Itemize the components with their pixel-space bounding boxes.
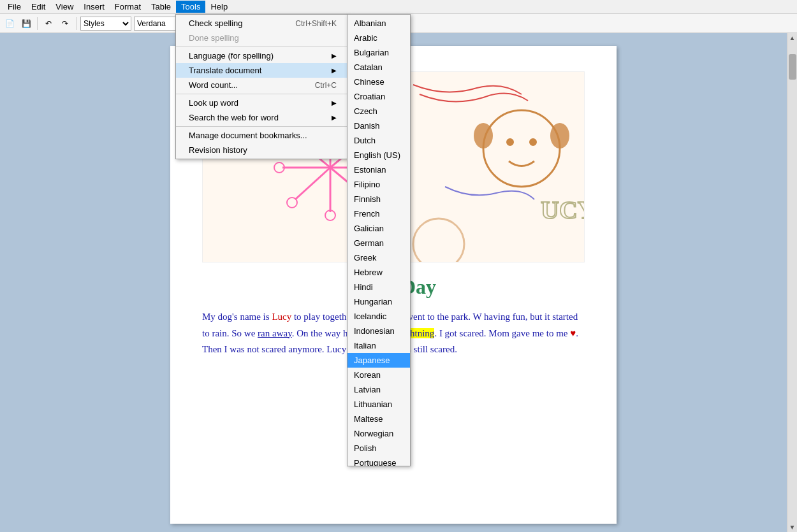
lang-item-japanese[interactable]: Japanese: [347, 353, 410, 368]
svg-point-22: [413, 219, 464, 262]
toolbar-new[interactable]: 📄: [3, 17, 17, 31]
scrollbar-vertical[interactable]: ▲ ▼: [787, 33, 797, 532]
lang-item-bulgarian[interactable]: Bulgarian: [347, 45, 410, 60]
toolbar-redo[interactable]: ↷: [58, 17, 72, 31]
menu-format[interactable]: Format: [110, 1, 146, 13]
look-up-word-arrow: ▶: [332, 99, 337, 106]
scrollbar-up-arrow[interactable]: ▲: [789, 34, 796, 41]
styles-select[interactable]: Styles: [80, 17, 131, 31]
menu-view[interactable]: View: [50, 1, 78, 13]
menu-bar: File Edit View Insert Format Table Tools…: [0, 0, 797, 14]
svg-point-16: [483, 110, 560, 187]
toolbar-divider-2: [76, 17, 77, 30]
revision-history-label: Revision history: [189, 145, 247, 155]
svg-point-19: [474, 123, 493, 148]
lang-item-hebrew[interactable]: Hebrew: [347, 265, 410, 280]
tools-menu: Check spelling Ctrl+Shift+K Done spellin…: [175, 14, 347, 159]
lang-item-english-us[interactable]: English (US): [347, 148, 410, 162]
lang-item-danish[interactable]: Danish: [347, 119, 410, 133]
lang-item-greek[interactable]: Greek: [347, 250, 410, 265]
toolbar-divider-1: [37, 17, 38, 30]
lang-item-polish[interactable]: Polish: [347, 441, 410, 456]
menu-tools[interactable]: Tools: [176, 1, 205, 13]
lang-item-korean[interactable]: Korean: [347, 368, 410, 382]
lang-item-norwegian[interactable]: Norwegian: [347, 426, 410, 441]
lang-item-croatian[interactable]: Croatian: [347, 89, 410, 104]
text-ran-away: ran away: [258, 328, 292, 338]
done-spelling-label: Done spelling: [189, 33, 239, 43]
lang-item-french[interactable]: French: [347, 206, 410, 221]
menu-help[interactable]: Help: [205, 1, 233, 13]
lang-item-finnish[interactable]: Finnish: [347, 192, 410, 206]
lang-item-estonian[interactable]: Estonian: [347, 162, 410, 177]
menu-search-web[interactable]: Search the web for word ▶: [176, 110, 347, 125]
toolbar-undo[interactable]: ↶: [41, 17, 55, 31]
menu-insert[interactable]: Insert: [78, 1, 110, 13]
toolbar-save[interactable]: 💾: [19, 17, 33, 31]
lang-item-catalan[interactable]: Catalan: [347, 60, 410, 75]
translate-submenu: AlbanianArabicBulgarianCatalanChineseCro…: [347, 14, 411, 466]
lang-item-latvian[interactable]: Latvian: [347, 382, 410, 397]
lang-item-galician[interactable]: Galician: [347, 221, 410, 236]
menu-edit[interactable]: Edit: [26, 1, 50, 13]
language-spelling-arrow: ▶: [332, 52, 337, 59]
translate-document-arrow: ▶: [332, 67, 337, 74]
lang-item-maltese[interactable]: Maltese: [347, 412, 410, 426]
menu-translate-document[interactable]: Translate document ▶: [176, 63, 347, 78]
lang-item-dutch[interactable]: Dutch: [347, 133, 410, 148]
svg-line-5: [295, 168, 330, 199]
look-up-word-label: Look up word: [189, 98, 238, 108]
svg-text:UCY: UCY: [541, 196, 584, 224]
tools-menu-divider-3: [176, 126, 347, 127]
menu-file[interactable]: File: [3, 1, 26, 13]
svg-point-20: [550, 123, 569, 148]
lang-item-italian[interactable]: Italian: [347, 338, 410, 353]
word-count-shortcut: Ctrl+C: [315, 81, 337, 90]
scrollbar-thumb[interactable]: [789, 54, 796, 80]
lang-item-albanian[interactable]: Albanian: [347, 16, 410, 31]
scrollbar-down-arrow[interactable]: ▼: [789, 524, 796, 531]
menu-done-spelling: Done spelling: [176, 31, 347, 45]
lang-item-filipino[interactable]: Filipino: [347, 177, 410, 192]
lang-item-chinese[interactable]: Chinese: [347, 75, 410, 89]
menu-table[interactable]: Table: [146, 1, 176, 13]
manage-bookmarks-label: Manage document bookmarks...: [189, 131, 307, 140]
lang-item-hungarian[interactable]: Hungarian: [347, 294, 410, 309]
check-spelling-shortcut: Ctrl+Shift+K: [295, 19, 337, 28]
lang-item-indonesian[interactable]: Indonesian: [347, 324, 410, 338]
text-heart: ♥: [570, 328, 576, 338]
menu-look-up-word[interactable]: Look up word ▶: [176, 96, 347, 110]
search-web-arrow: ▶: [332, 114, 337, 121]
language-spelling-label: Language (for spelling): [189, 51, 274, 61]
tools-menu-divider-1: [176, 47, 347, 47]
lang-item-german[interactable]: German: [347, 236, 410, 250]
lang-item-portuguese[interactable]: Portuguese: [347, 456, 410, 466]
lang-item-arabic[interactable]: Arabic: [347, 31, 410, 45]
menu-manage-bookmarks[interactable]: Manage document bookmarks...: [176, 128, 347, 143]
word-count-label: Word count...: [189, 80, 238, 90]
svg-point-17: [506, 138, 514, 146]
svg-point-13: [287, 198, 297, 208]
lang-item-czech[interactable]: Czech: [347, 104, 410, 119]
check-spelling-label: Check spelling: [189, 18, 243, 28]
tools-menu-divider-2: [176, 94, 347, 94]
svg-point-18: [529, 138, 537, 146]
search-web-label: Search the web for word: [189, 113, 279, 122]
lang-item-lithuanian[interactable]: Lithuanian: [347, 397, 410, 412]
text-lucy: Lucy: [272, 312, 291, 322]
lang-item-hindi[interactable]: Hindi: [347, 280, 410, 294]
menu-word-count[interactable]: Word count... Ctrl+C: [176, 78, 347, 92]
lang-item-icelandic[interactable]: Icelandic: [347, 309, 410, 324]
menu-language-spelling[interactable]: Language (for spelling) ▶: [176, 48, 347, 63]
translate-document-label: Translate document: [189, 66, 261, 75]
menu-revision-history[interactable]: Revision history: [176, 143, 347, 157]
menu-check-spelling[interactable]: Check spelling Ctrl+Shift+K: [176, 16, 347, 31]
